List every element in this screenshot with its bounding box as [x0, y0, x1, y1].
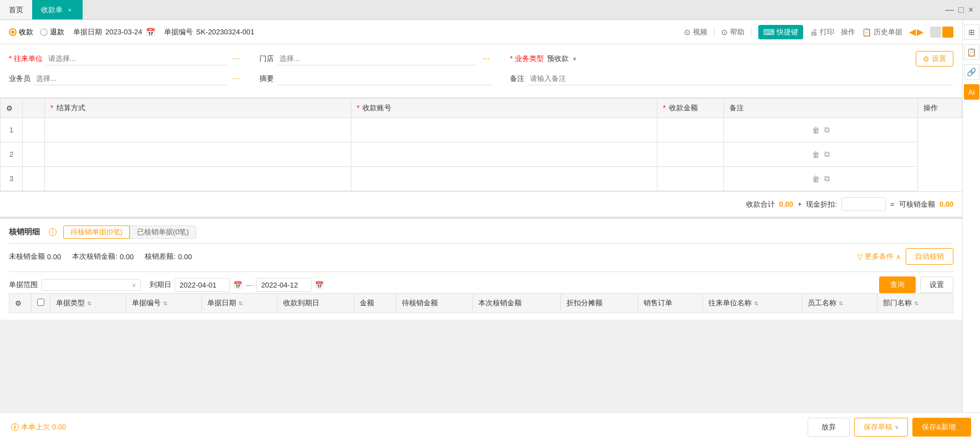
search-setting-btn[interactable]: 设置: [920, 276, 953, 293]
date-to-input[interactable]: 2022-04-12: [256, 278, 312, 292]
select-all-checkbox[interactable]: [37, 299, 44, 306]
prev-arrow[interactable]: ◀: [909, 27, 916, 37]
abandon-button[interactable]: 放弃: [808, 418, 850, 437]
row3-delete-btn[interactable]: 🗑: [812, 175, 820, 183]
partner-field: * 往来单位 ···: [9, 52, 242, 65]
tab-done[interactable]: 已核销单据(0笔): [130, 225, 196, 239]
verify-info: 未核销金额 0.00 本次核销金额: 0.00 核销差额: 0.00: [9, 252, 203, 261]
row1-delete-btn[interactable]: 🗑: [812, 126, 820, 135]
calendar-icon[interactable]: 📅: [146, 28, 155, 37]
save-draft-button[interactable]: 保存草稿 ∨: [854, 418, 908, 437]
store-input[interactable]: [277, 52, 477, 65]
next-arrow[interactable]: ▶: [917, 27, 923, 37]
ai-label: Ai: [968, 88, 975, 96]
bottom-th-checkbox[interactable]: [32, 294, 50, 313]
row2-settle[interactable]: [23, 142, 45, 167]
store-more-icon[interactable]: ···: [481, 54, 492, 64]
window-maximize-icon[interactable]: □: [958, 5, 964, 15]
form-row-2: 业务员 ··· 摘要 备注: [9, 72, 953, 85]
row3-settle[interactable]: [23, 167, 45, 191]
save-new-button[interactable]: 保存&新增 ∨: [912, 418, 971, 437]
row-num-3: 3: [1, 167, 23, 191]
verify-info-icon[interactable]: i: [49, 228, 57, 236]
row-num-2: 2: [1, 142, 23, 167]
row3-account[interactable]: [45, 167, 351, 191]
window-close-icon[interactable]: ×: [968, 5, 973, 15]
available-label: 可核销金额: [899, 199, 935, 209]
calendar-from-icon[interactable]: 📅: [233, 281, 242, 289]
partner-more-icon[interactable]: ···: [230, 54, 242, 64]
row1-settle[interactable]: [23, 118, 45, 142]
tab-pending[interactable]: 待核销单据(0笔): [63, 225, 130, 239]
shortcut-btn[interactable]: ⌨ 快捷键: [758, 25, 803, 39]
biz-type-chevron[interactable]: ▼: [572, 56, 578, 62]
row1-remark[interactable]: [657, 118, 724, 142]
list-view-btn[interactable]: [930, 27, 941, 38]
receipt-radio-label: 收款: [19, 27, 33, 37]
save-new-chevron: ∨: [958, 424, 962, 430]
current-label: 本次核销金额:: [72, 252, 118, 261]
settings-button[interactable]: ⚙ 设置: [916, 51, 953, 66]
staff-input[interactable]: [34, 72, 227, 85]
row2-account[interactable]: [45, 142, 351, 167]
row3-amount[interactable]: [351, 167, 657, 191]
summary-input[interactable]: [277, 72, 492, 85]
right-panel-btn3[interactable]: 🔗: [964, 64, 979, 80]
window-minimize-icon[interactable]: —: [945, 5, 954, 15]
grid-view-btn[interactable]: [942, 27, 953, 38]
row1-copy-btn[interactable]: ⧉: [824, 125, 830, 135]
right-panel-btn1[interactable]: ⊞: [964, 24, 979, 40]
row2-copy-btn[interactable]: ⧉: [824, 150, 830, 159]
bottom-th-gear[interactable]: ⚙: [9, 294, 32, 313]
auto-verify-btn[interactable]: 自动核销: [906, 248, 953, 265]
tab-receipt-label: 收款单: [41, 5, 63, 15]
history-btn[interactable]: 📋 历史单据: [862, 27, 902, 37]
verify-right-actions: ▽ 更多条件 ∧ 自动核销: [857, 248, 953, 265]
calendar-to-icon[interactable]: 📅: [315, 281, 324, 289]
bottom-th-due-date: 收款到期日: [278, 294, 354, 313]
help-btn[interactable]: ⊙ 帮助: [721, 27, 744, 37]
verify-area: 核销明细 i 待核销单据(0笔) 已核销单据(0笔) 未核销金额 0.00: [0, 219, 962, 320]
right-panel-btn2[interactable]: 📋: [964, 44, 979, 60]
remark-input[interactable]: [528, 72, 953, 85]
right-panel-ai-btn[interactable]: Ai: [964, 84, 979, 100]
receipt-table: ⚙ 结算方式 收款账号 收款金额 备注: [0, 98, 962, 191]
row2-amount[interactable]: [351, 142, 657, 167]
unverified-label: 未核销金额: [9, 252, 45, 261]
row1-amount[interactable]: [351, 118, 657, 142]
verify-header: 核销明细 i 待核销单据(0笔) 已核销单据(0笔): [9, 225, 953, 239]
query-btn[interactable]: 查询: [879, 276, 916, 293]
subtotal-value: 0.00: [779, 200, 793, 208]
video-btn[interactable]: ⊙ 视频: [684, 27, 707, 37]
tab-close-icon[interactable]: ×: [66, 6, 74, 14]
diff-label: 核销差额:: [145, 252, 176, 261]
row1-account[interactable]: [45, 118, 351, 142]
refund-radio[interactable]: 退款: [40, 27, 64, 37]
staff-more-icon[interactable]: ···: [230, 74, 242, 84]
row3-copy-btn[interactable]: ⧉: [824, 174, 830, 183]
partner-input[interactable]: [46, 52, 227, 65]
more-conditions-btn[interactable]: ▽ 更多条件 ∧: [857, 252, 901, 261]
tab-receipt[interactable]: 收款单 ×: [32, 0, 83, 19]
subtotal-label: 收款合计: [746, 199, 775, 209]
row2-remark[interactable]: [657, 142, 724, 167]
filter-icon: ▽: [857, 253, 862, 261]
tab-home[interactable]: 首页: [0, 0, 32, 19]
footer-info-icon[interactable]: ℹ: [11, 423, 19, 431]
th-gear[interactable]: ⚙: [1, 99, 23, 118]
operation-label: 操作: [841, 27, 855, 37]
row3-remark[interactable]: [657, 167, 724, 191]
available-value: 0.00: [940, 200, 953, 208]
print-btn[interactable]: 🖨 打印: [810, 27, 834, 37]
date-from-input[interactable]: 2022-04-01: [175, 278, 230, 292]
history-label: 历史单据: [874, 27, 902, 37]
bottom-table-area: ⚙ 单据类型 ⇅: [9, 293, 953, 313]
table-footer: 收款合计 0.00 + 现金折扣: = 可核销金额 0.00: [0, 192, 962, 219]
bottom-th-partner: 往来单位名称 ⇅: [703, 294, 802, 313]
bill-range-select[interactable]: ∨: [41, 279, 141, 291]
bottom-th-pending: 待核销金额: [396, 294, 472, 313]
discount-input[interactable]: [841, 197, 886, 211]
row2-delete-btn[interactable]: 🗑: [812, 150, 820, 159]
receipt-radio[interactable]: 收款: [9, 27, 33, 37]
operation-btn[interactable]: 操作: [841, 27, 855, 37]
